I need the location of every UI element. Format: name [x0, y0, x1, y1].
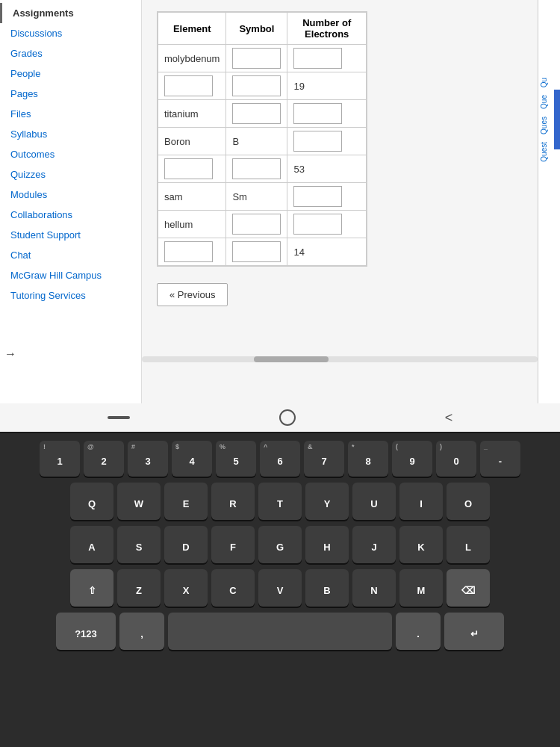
element-input[interactable]: [164, 241, 213, 262]
key-minus[interactable]: _-: [480, 441, 520, 477]
key-i[interactable]: I: [399, 483, 443, 520]
element-name: sam: [164, 191, 183, 202]
key-backspace[interactable]: ⌫: [447, 569, 490, 607]
element-name: hellum: [164, 219, 193, 230]
symbol-input[interactable]: [232, 75, 281, 96]
symbol-input[interactable]: [232, 158, 281, 179]
key-4[interactable]: $4: [172, 441, 212, 477]
key-c[interactable]: C: [211, 569, 255, 607]
key-y[interactable]: Y: [305, 483, 349, 520]
key-t[interactable]: T: [258, 483, 302, 520]
electrons-value: 19: [293, 81, 304, 92]
key-w[interactable]: W: [117, 483, 161, 520]
key-f[interactable]: F: [211, 526, 255, 563]
electrons-value: 53: [293, 164, 304, 175]
key-b[interactable]: B: [305, 569, 349, 607]
keyboard-row-asdf: A S D F G H J K L: [3, 526, 557, 563]
sidebar-item-student-support[interactable]: Student Support: [0, 225, 141, 245]
key-space[interactable]: [168, 613, 392, 650]
right-panel-item-3[interactable]: Ques: [538, 114, 550, 137]
nav-recents-chevron[interactable]: <: [445, 410, 453, 426]
symbol-input[interactable]: [232, 241, 281, 262]
right-panel-item-4[interactable]: Quest: [538, 139, 550, 165]
table-row: sam Sm: [158, 183, 367, 211]
symbol-input[interactable]: [232, 48, 281, 69]
key-j[interactable]: J: [352, 526, 396, 563]
key-a[interactable]: A: [70, 526, 113, 563]
key-sym[interactable]: ?123: [56, 613, 116, 650]
electrons-input[interactable]: [293, 186, 342, 207]
keyboard: !1 @2 #3 $4 %5 ^6 &7 *8 (9 )0 _- Q W E R…: [0, 433, 560, 747]
table-row: Boron B: [158, 128, 367, 155]
symbol-input[interactable]: [232, 103, 281, 124]
keyboard-row-numbers: !1 @2 #3 $4 %5 ^6 &7 *8 (9 )0 _-: [3, 441, 557, 477]
sidebar-item-quizzes[interactable]: Quizzes: [0, 164, 141, 185]
key-l[interactable]: L: [447, 526, 490, 563]
electrons-input[interactable]: [293, 131, 342, 152]
key-comma[interactable]: ,: [119, 613, 164, 650]
key-s[interactable]: S: [117, 526, 161, 563]
key-o[interactable]: O: [447, 483, 490, 520]
sidebar-assignments: Assignments: [0, 3, 141, 23]
nav-home-circle[interactable]: [279, 409, 296, 426]
sidebar-item-people[interactable]: People: [0, 63, 141, 84]
key-3[interactable]: #3: [128, 441, 168, 477]
electrons-input[interactable]: [293, 214, 342, 235]
sidebar-arrow-icon[interactable]: →: [0, 344, 21, 364]
sidebar-item-pages[interactable]: Pages: [0, 84, 141, 104]
key-2[interactable]: @2: [84, 441, 124, 477]
key-v[interactable]: V: [258, 569, 302, 607]
key-e[interactable]: E: [164, 483, 208, 520]
key-g[interactable]: G: [258, 526, 302, 563]
key-q[interactable]: Q: [70, 483, 113, 520]
right-panel-item-1[interactable]: Qu: [538, 75, 550, 90]
key-k[interactable]: K: [399, 526, 443, 563]
sidebar-item-mcgraw[interactable]: McGraw Hill Campus: [0, 265, 141, 285]
key-n[interactable]: N: [352, 569, 396, 607]
key-1[interactable]: !1: [40, 441, 80, 477]
key-x[interactable]: X: [164, 569, 208, 607]
key-5[interactable]: %5: [216, 441, 256, 477]
table-row: 53: [158, 155, 367, 183]
table-row: titanium: [158, 100, 367, 128]
previous-button[interactable]: « Previous: [157, 283, 228, 306]
key-d[interactable]: D: [164, 526, 208, 563]
key-6[interactable]: ^6: [260, 441, 300, 477]
android-nav-bar: <: [0, 403, 560, 432]
sidebar-item-outcomes[interactable]: Outcomes: [0, 144, 141, 164]
electrons-input[interactable]: [293, 48, 342, 69]
right-panel-item-2[interactable]: Que: [538, 92, 550, 112]
key-m[interactable]: M: [399, 569, 443, 607]
electrons-input[interactable]: [293, 103, 342, 124]
key-0[interactable]: )0: [436, 441, 476, 477]
sidebar: Assignments Discussions Grades People Pa…: [0, 0, 142, 407]
scrollbar[interactable]: [142, 356, 538, 362]
main-content: Element Symbol Number of Electrons molyb…: [142, 0, 538, 407]
sidebar-item-syllabus[interactable]: Syllabus: [0, 124, 141, 144]
key-period[interactable]: .: [396, 613, 441, 650]
sidebar-item-collaborations[interactable]: Collaborations: [0, 205, 141, 225]
key-9[interactable]: (9: [392, 441, 432, 477]
key-h[interactable]: H: [305, 526, 349, 563]
element-input[interactable]: [164, 158, 213, 179]
sidebar-item-tutoring[interactable]: Tutoring Services: [0, 285, 141, 306]
nav-back-pill[interactable]: [108, 416, 130, 419]
key-enter[interactable]: ↵: [444, 613, 504, 650]
key-8[interactable]: *8: [348, 441, 388, 477]
sidebar-item-discussions[interactable]: Discussions: [0, 23, 141, 43]
table-row: 14: [158, 238, 367, 266]
key-7[interactable]: &7: [304, 441, 344, 477]
sidebar-item-grades[interactable]: Grades: [0, 43, 141, 63]
key-z[interactable]: Z: [117, 569, 161, 607]
key-r[interactable]: R: [211, 483, 255, 520]
scroll-thumb[interactable]: [254, 356, 329, 362]
symbol-input[interactable]: [232, 214, 281, 235]
key-shift[interactable]: ⇧: [70, 569, 113, 607]
symbol-value: Sm: [232, 191, 247, 202]
key-u[interactable]: U: [352, 483, 396, 520]
sidebar-item-files[interactable]: Files: [0, 104, 141, 124]
sidebar-item-chat[interactable]: Chat: [0, 245, 141, 265]
element-input[interactable]: [164, 75, 213, 96]
sidebar-item-modules[interactable]: Modules: [0, 185, 141, 205]
col-header-symbol: Symbol: [226, 13, 287, 45]
